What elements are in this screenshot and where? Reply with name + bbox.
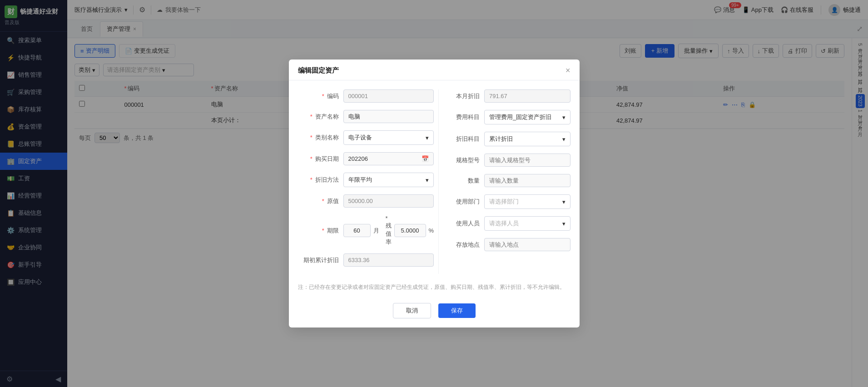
form-row-original-value: * 原值	[303, 194, 434, 208]
depr-method-label: * 折旧方法	[303, 176, 339, 184]
asset-name-input[interactable]	[343, 110, 434, 123]
period-unit: 月	[373, 227, 379, 235]
this-month-depr-label: 本月折旧	[443, 92, 480, 100]
code-input[interactable]	[343, 89, 434, 103]
form-row-dept: 使用部门 请选择部门 ▾	[443, 194, 570, 209]
opening-depr-label: 期初累计折旧	[303, 256, 339, 264]
dialog-note: 注：已经存在变更记录或者对应固定资产已经生成凭证，原值、购买日期、残值率、累计折…	[289, 283, 580, 297]
person-label: 使用人员	[443, 219, 480, 228]
person-dropdown-icon: ▾	[562, 220, 565, 227]
original-value-label: * 原值	[303, 197, 339, 205]
spec-input[interactable]	[484, 154, 570, 167]
form-row-depr-method: * 折旧方法 年限平均 ▾	[303, 173, 434, 187]
form-row-depr-subject: 折旧科目 累计折旧 ▾	[443, 132, 570, 146]
dialog-header: 编辑固定资产 ×	[289, 60, 580, 80]
dialog-footer: 取消 保存	[289, 298, 580, 327]
form-row-quantity: 数量	[443, 174, 570, 187]
person-placeholder: 请选择人员	[489, 219, 519, 228]
code-label: * 编码	[303, 92, 339, 100]
form-row-spec: 规格型号	[443, 154, 570, 167]
expense-subject-dropdown-icon: ▾	[562, 114, 565, 121]
calendar-icon: 📅	[422, 155, 429, 162]
expense-subject-label: 费用科目	[443, 113, 480, 121]
depr-subject-label: 折旧科目	[443, 135, 480, 143]
form-left-col: * 编码 * 资产名称	[298, 89, 439, 274]
opening-depr-input[interactable]	[343, 253, 434, 267]
cancel-button[interactable]: 取消	[393, 303, 431, 318]
category-dropdown-icon: ▾	[426, 134, 429, 141]
form-row-location: 存放地点	[443, 238, 570, 251]
purchase-date-label: * 购买日期	[303, 155, 339, 163]
quantity-label: 数量	[443, 177, 480, 185]
form-row-purchase-date: * 购买日期 202206 📅	[303, 152, 434, 165]
save-button[interactable]: 保存	[438, 303, 476, 318]
period-input[interactable]	[343, 224, 371, 237]
period-label: * 期限	[303, 227, 339, 235]
dept-select[interactable]: 请选择部门 ▾	[484, 194, 570, 209]
form-row-opening-depr: 期初累计折旧	[303, 253, 434, 267]
form-row-this-month-depr: 本月折旧	[443, 89, 570, 103]
form-row-expense-subject: 费用科目 管理费用_固定资产折旧 ▾	[443, 110, 570, 124]
depr-method-select[interactable]: 年限平均 ▾	[343, 173, 434, 187]
depr-subject-dropdown-icon: ▾	[562, 136, 565, 143]
dept-dropdown-icon: ▾	[562, 198, 565, 205]
period-row: 月 * 残值率 %	[343, 215, 434, 246]
residual-rate-unit: %	[429, 227, 434, 234]
asset-name-label: * 资产名称	[303, 113, 339, 121]
residual-rate-input[interactable]	[394, 224, 426, 237]
form-grid: * 编码 * 资产名称	[298, 89, 570, 274]
form-right-col: 本月折旧 费用科目 管理费用_固定资产折旧 ▾	[439, 89, 575, 274]
category-select[interactable]: 电子设备 ▾	[343, 130, 434, 145]
form-row-person: 使用人员 请选择人员 ▾	[443, 216, 570, 231]
purchase-date-input[interactable]: 202206 📅	[343, 152, 434, 165]
category-label: * 类别名称	[303, 134, 339, 142]
dept-placeholder: 请选择部门	[489, 198, 519, 206]
location-input[interactable]	[484, 238, 570, 251]
form-row-asset-name: * 资产名称	[303, 110, 434, 123]
form-row-category: * 类别名称 电子设备 ▾	[303, 130, 434, 145]
expense-subject-select[interactable]: 管理费用_固定资产折旧 ▾	[484, 110, 570, 124]
original-value-input[interactable]	[343, 194, 434, 208]
location-label: 存放地点	[443, 241, 480, 249]
form-row-code: * 编码	[303, 89, 434, 103]
quantity-input[interactable]	[484, 174, 570, 187]
form-row-period: * 期限 月 * 残值率 %	[303, 215, 434, 246]
person-select[interactable]: 请选择人员 ▾	[484, 216, 570, 231]
depr-subject-select[interactable]: 累计折旧 ▾	[484, 132, 570, 146]
dialog-overlay: 编辑固定资产 × * 编码	[0, 0, 868, 387]
dialog-close-button[interactable]: ×	[565, 66, 570, 75]
residual-rate-label: * 残值率	[386, 215, 392, 246]
spec-label: 规格型号	[443, 156, 480, 164]
dialog-body: * 编码 * 资产名称	[289, 80, 580, 283]
this-month-depr-input	[484, 89, 570, 103]
depr-method-dropdown-icon: ▾	[426, 177, 429, 184]
dialog-title: 编辑固定资产	[298, 66, 339, 75]
edit-asset-dialog: 编辑固定资产 × * 编码	[289, 60, 580, 327]
dept-label: 使用部门	[443, 198, 480, 206]
